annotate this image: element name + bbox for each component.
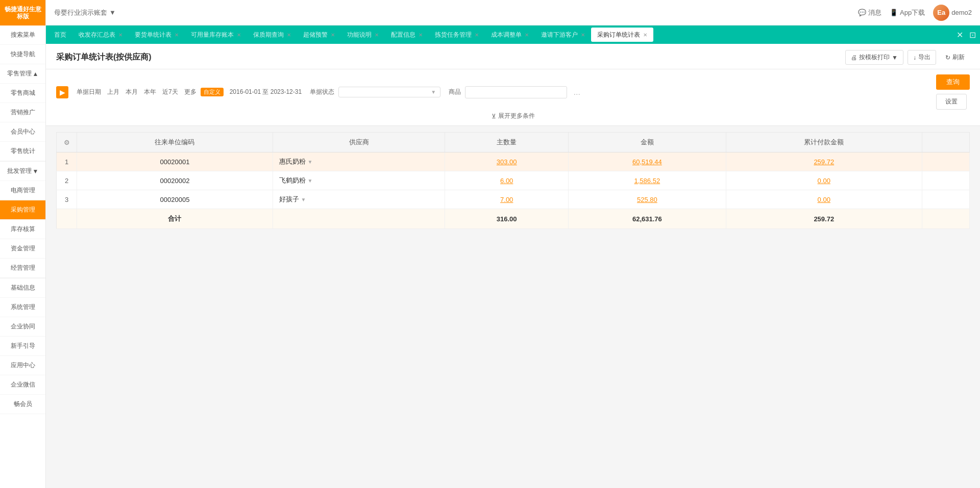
footer-empty-2 [273, 209, 445, 229]
row-seq: 2 [57, 171, 77, 190]
date-option-7days[interactable]: 近7天 [160, 87, 180, 97]
sidebar-item-retail[interactable]: 零售管理 ▲ [0, 64, 45, 84]
row-expand-icon[interactable]: ▼ [308, 178, 313, 184]
sidebar-item-purchase[interactable]: 采购管理 [0, 200, 45, 220]
table-area: ⚙ 往来单位编码 供应商 主数量 [46, 126, 980, 235]
print-button[interactable]: 🖨 按模板打印 ▼ [845, 50, 903, 65]
table-footer-row: 合计 316.00 62,631.76 259.72 [57, 209, 970, 229]
sidebar-item-appcenter[interactable]: 应用中心 [0, 356, 45, 375]
sidebar-item-operation[interactable]: 经营管理 [0, 259, 45, 278]
date-option-prev-month[interactable]: 上月 [105, 87, 121, 97]
row-seq: 3 [57, 190, 77, 209]
tab-close-icon[interactable]: ✕ [287, 32, 291, 38]
user-profile[interactable]: Ea demo2 [933, 5, 972, 21]
th-paid: 累计付款金额 [726, 133, 922, 152]
expand-label: 展开更多条件 [498, 112, 535, 120]
status-select[interactable]: ▼ [338, 87, 440, 97]
tab-close-icon[interactable]: ✕ [237, 32, 241, 38]
goods-filter-more[interactable]: … [571, 88, 582, 96]
sidebar: 畅捷通好生意标版 搜索菜单 快捷导航 零售管理 ▲ 零售商城 营销推广 会员中心… [0, 0, 46, 488]
tab-warranty[interactable]: 保质期查询 ✕ [247, 28, 297, 42]
row-extra [922, 171, 969, 190]
status-filter-label: 单据状态 [310, 88, 334, 96]
footer-amount: 62,631.76 [568, 209, 726, 229]
sidebar-item-marketing[interactable]: 营销推广 [0, 103, 45, 122]
filter-row-1: ▶ 单据日期 上月 本月 本年 近7天 更多 自定义 2016-01-01 至 … [56, 74, 970, 110]
goods-filter-input[interactable] [465, 86, 567, 98]
tab-close-icon[interactable]: ✕ [525, 32, 529, 38]
tab-close-icon[interactable]: ✕ [175, 32, 179, 38]
app-download-button[interactable]: 📱 App下载 [890, 8, 925, 17]
date-option-this-month[interactable]: 本月 [124, 87, 140, 97]
sidebar-item-inventory[interactable]: 库存核算 [0, 220, 45, 239]
date-custom-badge[interactable]: 自定义 [201, 88, 224, 96]
sidebar-item-wechat[interactable]: 企业微信 [0, 375, 45, 395]
date-option-this-year[interactable]: 本年 [142, 87, 158, 97]
refresh-label: 刷新 [952, 53, 965, 62]
close-all-tabs-button[interactable]: ✕ [954, 30, 965, 40]
sidebar-item-member2[interactable]: 畅会员 [0, 395, 45, 414]
message-button[interactable]: 💬 消息 [858, 8, 881, 17]
tab-close-icon[interactable]: ✕ [331, 32, 335, 38]
print-dropdown-icon: ▼ [892, 54, 898, 61]
tab-close-icon[interactable]: ✕ [475, 32, 479, 38]
tab-config-info[interactable]: 配置信息 ✕ [385, 28, 429, 42]
user-avatar: Ea [933, 5, 949, 21]
th-qty: 主数量 [445, 133, 568, 152]
tab-purchase-stats[interactable]: 采购订单统计表 ✕ [591, 28, 653, 42]
row-code: 00020005 [77, 190, 273, 209]
tab-close-icon[interactable]: ✕ [419, 32, 423, 38]
tab-close-icon[interactable]: ✕ [118, 32, 122, 38]
page-header: 采购订单统计表(按供应商) 🖨 按模板打印 ▼ ↓ 导出 ↻ 刷新 [46, 44, 980, 69]
settings-button[interactable]: 设置 [936, 94, 967, 110]
filter-toggle-button[interactable]: ▶ [56, 86, 68, 98]
tab-invite-downstream[interactable]: 邀请下游客户 ✕ [535, 28, 591, 42]
sidebar-item-retailshop[interactable]: 零售商城 [0, 84, 45, 103]
tab-overstock[interactable]: 超储预警 ✕ [297, 28, 341, 42]
sidebar-item-members[interactable]: 会员中心 [0, 122, 45, 142]
sidebar-item-newguide[interactable]: 新手引导 [0, 337, 45, 356]
tab-receive-send[interactable]: 收发存汇总表 ✕ [72, 28, 129, 42]
refresh-button[interactable]: ↻ 刷新 [940, 50, 970, 64]
sidebar-item-basic[interactable]: 基础信息 [0, 278, 45, 298]
tab-pick-task[interactable]: 拣货任务管理 ✕ [429, 28, 485, 42]
workspace-selector[interactable]: 母婴行业演示账套 ▼ [54, 8, 116, 17]
app-download-icon: 📱 [890, 9, 898, 16]
tab-func-desc-label: 功能说明 [347, 31, 372, 39]
tab-home-label: 首页 [54, 31, 66, 39]
tab-inventory-ledger[interactable]: 可用量库存账本 ✕ [185, 28, 247, 42]
row-amount: 1,586.52 [568, 171, 726, 190]
maximize-button[interactable]: ⊡ [967, 30, 978, 40]
tab-func-desc[interactable]: 功能说明 ✕ [341, 28, 385, 42]
tab-purchase-stats-label: 采购订单统计表 [597, 31, 640, 39]
row-extra [922, 152, 969, 171]
tab-close-icon[interactable]: ✕ [643, 32, 647, 38]
expand-filter-button[interactable]: ⊻ 展开更多条件 [56, 112, 970, 120]
tab-home[interactable]: 首页 [48, 28, 72, 42]
row-expand-icon[interactable]: ▼ [308, 159, 313, 165]
sidebar-item-enterprise[interactable]: 企业协同 [0, 317, 45, 337]
message-label: 消息 [868, 8, 881, 17]
filter-actions: 查询 设置 [936, 74, 970, 110]
main-area: 母婴行业演示账套 ▼ 💬 消息 📱 App下载 Ea demo2 [46, 0, 980, 488]
sidebar-item-quicknav[interactable]: 快捷导航 [0, 45, 45, 64]
row-expand-icon[interactable]: ▼ [301, 197, 306, 202]
tab-goods-stats[interactable]: 要货单统计表 ✕ [129, 28, 185, 42]
footer-qty: 316.00 [445, 209, 568, 229]
tab-close-icon[interactable]: ✕ [581, 32, 585, 38]
date-option-more[interactable]: 更多 [182, 87, 199, 97]
row-qty: 303.00 [445, 152, 568, 171]
sidebar-item-wholesale[interactable]: 批发管理 ▼ [0, 162, 45, 181]
query-button[interactable]: 查询 [936, 74, 970, 90]
gear-icon[interactable]: ⚙ [64, 139, 70, 146]
footer-empty-3 [922, 209, 969, 229]
tab-cost-adjust[interactable]: 成本调整单 ✕ [485, 28, 535, 42]
sidebar-item-finance[interactable]: 资金管理 [0, 239, 45, 259]
export-button[interactable]: ↓ 导出 [908, 50, 936, 65]
sidebar-item-system[interactable]: 系统管理 [0, 298, 45, 317]
row-seq: 1 [57, 152, 77, 171]
tab-close-icon[interactable]: ✕ [375, 32, 379, 38]
sidebar-item-search[interactable]: 搜索菜单 [0, 25, 45, 45]
sidebar-item-retailstats[interactable]: 零售统计 [0, 142, 45, 161]
sidebar-item-ecommerce[interactable]: 电商管理 [0, 181, 45, 200]
